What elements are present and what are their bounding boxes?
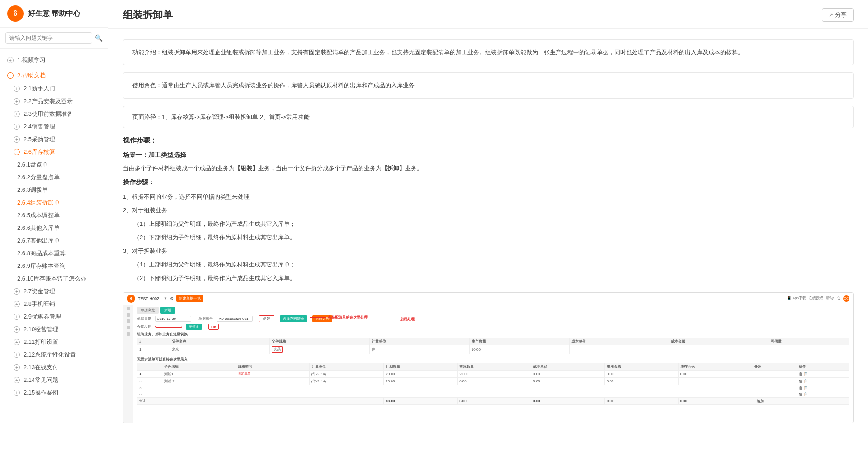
share-button[interactable]: ↗ 分享 [822,8,854,22]
mock-settings-icon: ⚙ [170,296,174,301]
sidebar-item-settings[interactable]: + 2.12系统个性化设置 [0,348,108,361]
sidebar-item-newuser[interactable]: + 2.1新手入门 [0,82,108,95]
mock-ltd-1-10 [752,370,797,377]
search-input[interactable] [5,32,92,44]
sidebar: 6 好生意 帮助中心 🔍 + 1.视频学习 − 2.帮助文档 + 2.1新手入 [0,0,108,452]
mock-lower-row-4: ○ 🗑 📋 [137,391,849,397]
mock-left-icons [123,305,133,423]
mock-number-label: 单据编号 [198,316,213,321]
mock-arrow-3 [405,319,405,325]
search-icon[interactable]: 🔍 [95,34,103,42]
step-3-2: （2）下部明细为子件明细，最终作为产成品生成其它入库单。 [123,272,854,284]
mock-ltd-2-7: 0.00 [531,377,605,385]
mock-ok-btn: 无装备 [186,324,202,330]
mock-arrow-1 [310,317,326,318]
sidebar-item-biz[interactable]: + 2.10经营管理 [0,323,108,336]
sidebar-item-cases[interactable]: + 2.15操作案例 [0,386,108,399]
step-3-1: （1）上部明细为父件明细，最终作为原材料生成其它出库单； [123,259,854,271]
sidebar-item-partial-stocktake[interactable]: 2.6.2分量盘点单 [0,171,108,184]
mock-confirm-btn: 选择存料清单 [280,315,307,322]
sidebar-item-install[interactable]: + 2.2产品安装及登录 [0,95,108,108]
plus-icon: + [14,288,20,295]
minus-icon: − [14,149,20,155]
sidebar-item-faq[interactable]: + 2.14常见问题 [0,374,108,386]
intro-block-2: 使用角色：通常由生产人员或库管人员完成拆装业务的操作，库管人员确认原材料的出库和… [123,72,854,98]
mock-ltd-3-ops: 🗑 📋 [797,385,849,391]
sidebar-item-other-out[interactable]: 2.6.7其他出库单 [0,234,108,247]
mock-lth-actual: 实际数量 [458,363,531,370]
sidebar-item-cost-recalc[interactable]: 2.6.8商品成本重算 [0,247,108,260]
mock-lth-check [137,363,162,370]
mock-nav-icon-4 [127,326,130,329]
step-2: 2、对于组装业务 [123,205,854,216]
mock-ltd-2-5: 20.00 [384,377,458,385]
sidebar-item-cost-adjust[interactable]: 2.6.5成本调整单 [0,209,108,222]
mock-ltd-footer-ops: + 追加 [752,397,849,404]
scene1-desc: 当由多个子件材料组装成一个成品的业务为【组装】业务，当由一个父件拆分成多个子产品… [123,163,854,173]
mock-red-box: 选品 [272,346,283,353]
mock-ltd-2-1: ○ [137,377,162,385]
mock-nav-icon-5 [127,332,130,336]
mock-shop-label: 仓库占用 [137,324,151,329]
sidebar-item-stock-ledger[interactable]: 2.6.9库存账本查询 [0,260,108,272]
screenshot-mockup: 6 TEST-H002 ▼ ⚙ 新建单据一览 📱 App下载 在线授权 帮助中心… [123,292,854,423]
nav-section-video: + 1.视频学习 [0,52,108,68]
mock-dropdown-icon: ▼ [164,296,167,300]
mock-ltd-2-6: 8.00 [458,377,531,385]
sidebar-item-docs[interactable]: − 2.帮助文档 [0,69,108,82]
mock-td-8 [769,345,849,354]
mock-tab-browse: 单据浏览 [137,307,159,314]
sidebar-item-stock-error[interactable]: 2.6.10库存账本错了怎么办 [0,272,108,285]
sidebar-item-payment[interactable]: + 2.13在线支付 [0,361,108,374]
sidebar-item-mobile[interactable]: + 2.8手机旺铺 [0,298,108,310]
step-2-2: （2）下部明细为子件明细，最终作为原材料生成其它出库单。 [123,232,854,243]
mock-form-row-1: 单据日期 2019-12-20 单据编号 AD-20191226-001 组装 … [137,315,849,322]
mock-ltd-footer-5: 0.00 [678,397,752,404]
steps-container: 1、根据不同的业务，选择不同单据的类型来处理 2、对于组装业务 （1）上部明细为… [123,191,854,284]
sidebar-item-transfer[interactable]: 2.6.3调拨单 [0,184,108,196]
search-box: 🔍 [0,28,108,49]
sidebar-item-assembly[interactable]: 2.6.4组装拆卸单 [0,196,108,209]
mock-th-qty: 计量单位 [370,338,470,345]
mock-lth-amount: 费用金额 [604,363,678,370]
mock-th-avail: 可供量 [769,338,849,345]
sidebar-item-finance[interactable]: + 2.7资金管理 [0,285,108,298]
page-header: 组装拆卸单 ↗ 分享 [108,0,868,29]
sidebar-item-stocktake[interactable]: 2.6.1盘点单 [0,158,108,171]
minus-icon: − [7,72,14,79]
plus-icon: + [14,124,20,130]
sidebar-item-coupon[interactable]: + 2.9优惠券管理 [0,310,108,323]
mock-ltd-1-5: 20.00 [384,370,458,377]
mock-td-3: 选品 [270,345,370,354]
mock-lth-unit: 计量单位 [309,363,384,370]
sidebar-item-dataprep[interactable]: + 2.3使用前数据准备 [0,108,108,120]
mock-nav-icon-2 [127,313,130,317]
mock-lth-cost: 成本单价 [531,363,605,370]
mock-ltd-4-1: ○ [137,391,162,397]
mock-date-input: 2019-12-20 [155,316,191,322]
sidebar-nav: + 1.视频学习 − 2.帮助文档 + 2.1新手入门 + 2.2产品安装及登录 [0,49,108,452]
sidebar-item-other-in[interactable]: 2.6.6其他入库单 [0,222,108,234]
mock-logo: 6 [127,295,135,303]
sidebar-item-video[interactable]: + 1.视频学习 [0,53,108,67]
sidebar-item-purchase[interactable]: + 2.5采购管理 [0,133,108,146]
sidebar-item-print[interactable]: + 2.11打印设置 [0,336,108,348]
mock-upper-table-label: 组装业务、拆卸业务在这里切换 [137,332,188,337]
mock-shop-input [155,326,182,328]
mock-type-select: 组装 [259,315,274,322]
scene1-title: 场景一：加工类型选择 [123,151,854,159]
sidebar-item-inventory[interactable]: − 2.6库存核算 [0,146,108,158]
mock-topbar-right: 📱 App下载 在线授权 帮助中心 CC [787,295,849,302]
mock-lower-row-1: ● 测试1 固定清单 (件-2 * 4) 20.00 20.00 0.00 0.… [137,370,849,377]
mock-ltd-1-6: 20.00 [458,370,531,377]
mock-ltd-footer-2: 6.00 [458,397,531,404]
mock-lower-row-footer: 合计 88.00 6.00 0.00 0.00 0.00 + 追加 [137,397,849,404]
logo-icon: 6 [7,5,24,22]
sidebar-item-sales[interactable]: + 2.4销售管理 [0,120,108,133]
mock-th-unit: 父件规格 [270,338,370,345]
mock-avatar: CC [843,295,849,302]
mock-ltd-footer-1: 88.00 [384,397,458,404]
plus-icon: + [7,57,14,63]
share-icon: ↗ [829,12,833,18]
mock-tabs: 单据浏览 新增 [137,307,849,314]
